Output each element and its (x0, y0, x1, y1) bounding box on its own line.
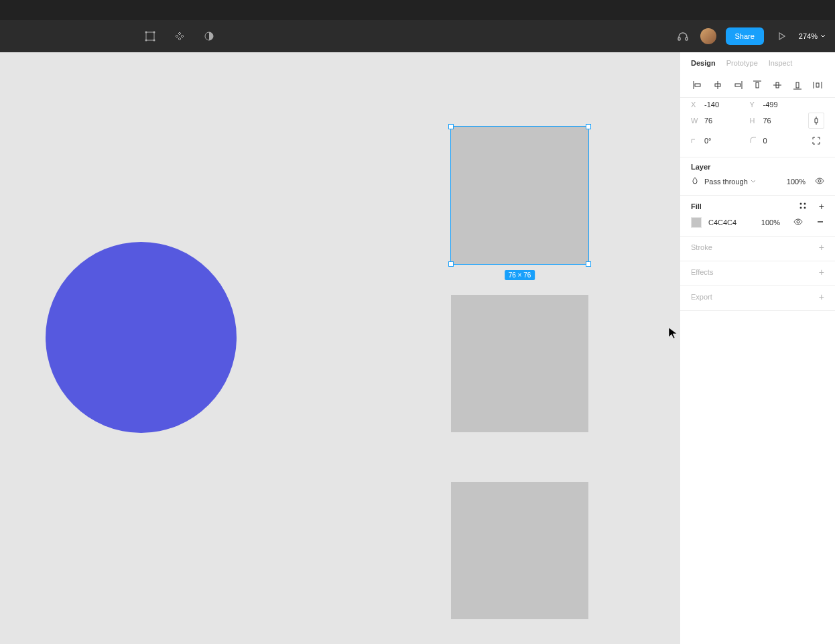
stroke-section: Stroke+ (680, 237, 835, 261)
dimension-badge: 76 × 76 (505, 270, 535, 280)
w-field[interactable]: W76 (691, 113, 745, 129)
fill-title: Fill (691, 202, 702, 210)
radius-field[interactable]: 0 (750, 133, 804, 149)
effects-section: Effects+ (680, 261, 835, 286)
zoom-dropdown[interactable]: 274% (799, 32, 826, 40)
svg-point-2 (153, 31, 155, 34)
headphones-icon[interactable] (675, 28, 691, 44)
tab-prototype[interactable]: Prototype (726, 59, 758, 67)
export-title: Export (691, 293, 712, 301)
align-top-icon[interactable] (751, 78, 764, 92)
stroke-title: Stroke (691, 243, 712, 251)
layer-opacity[interactable]: 100% (787, 178, 806, 186)
blend-icon (691, 177, 699, 186)
chevron-down-icon (751, 179, 756, 184)
blend-mode-dropdown[interactable]: Pass through (704, 178, 781, 186)
y-field[interactable]: Y-499 (750, 101, 804, 109)
svg-rect-7 (686, 38, 688, 40)
layer-section: Layer Pass through 100% (680, 157, 835, 196)
properties-panel: Design Prototype Inspect X-140 Y-499 W76… (680, 52, 835, 644)
add-export-button[interactable]: + (819, 292, 824, 302)
tab-inspect[interactable]: Inspect (769, 59, 792, 67)
h-field[interactable]: H76 (750, 113, 804, 129)
chevron-down-icon (820, 34, 826, 39)
align-left-icon[interactable] (691, 78, 704, 92)
svg-rect-22 (816, 83, 819, 87)
effects-title: Effects (691, 268, 713, 276)
independent-corners-button[interactable] (808, 133, 824, 149)
resize-handle-tl[interactable] (448, 124, 454, 129)
align-bottom-icon[interactable] (791, 78, 804, 92)
zoom-value: 274% (799, 32, 818, 40)
fill-swatch[interactable] (691, 217, 702, 228)
components-icon[interactable] (172, 28, 188, 44)
canvas-rect[interactable] (451, 482, 588, 619)
svg-rect-15 (756, 82, 759, 88)
constrain-proportions-button[interactable] (808, 113, 824, 129)
layer-title: Layer (691, 163, 710, 171)
fill-opacity[interactable]: 100% (761, 218, 780, 227)
svg-point-24 (799, 203, 801, 205)
transform-section: X-140 Y-499 W76 H76 0° 0 (680, 98, 835, 157)
x-field[interactable]: X-140 (691, 101, 745, 109)
panel-tabs: Design Prototype Inspect (680, 52, 835, 73)
svg-rect-9 (695, 84, 700, 86)
style-picker-icon[interactable] (799, 202, 807, 211)
fill-visibility-icon[interactable] (793, 217, 803, 228)
svg-point-3 (145, 40, 147, 42)
export-section: Export+ (680, 286, 835, 311)
svg-point-4 (153, 40, 155, 42)
toolbar: Share 274% (0, 20, 835, 52)
svg-point-23 (818, 180, 821, 182)
tab-design[interactable]: Design (691, 59, 716, 67)
svg-point-1 (145, 31, 147, 34)
canvas-rect-selected[interactable]: 76 × 76 (451, 127, 588, 264)
canvas-ellipse[interactable] (46, 242, 237, 433)
svg-point-25 (804, 203, 806, 205)
add-effect-button[interactable]: + (819, 267, 824, 277)
svg-rect-13 (735, 84, 741, 86)
avatar[interactable] (700, 28, 716, 44)
resize-handle-tr[interactable] (586, 124, 591, 129)
add-fill-button[interactable]: + (819, 201, 824, 212)
svg-point-27 (804, 207, 806, 209)
canvas-rect[interactable] (451, 295, 588, 432)
distribute-icon[interactable] (811, 78, 824, 92)
svg-rect-6 (678, 38, 680, 40)
svg-rect-19 (796, 82, 799, 88)
selection-outline: 76 × 76 (450, 126, 589, 265)
align-hcenter-icon[interactable] (711, 78, 724, 92)
remove-fill-button[interactable] (816, 218, 824, 227)
fill-hex[interactable]: C4C4C4 (708, 218, 736, 227)
visibility-icon[interactable] (815, 176, 824, 187)
rotation-field[interactable]: 0° (691, 133, 745, 149)
frame-tool-icon[interactable] (142, 28, 158, 44)
resize-handle-bl[interactable] (448, 261, 454, 267)
add-stroke-button[interactable]: + (819, 242, 824, 253)
cursor-icon (668, 327, 678, 340)
fill-section: Fill + C4C4C4 100% (680, 196, 835, 237)
share-button[interactable]: Share (726, 27, 764, 45)
mask-icon[interactable] (201, 28, 217, 44)
resize-handle-br[interactable] (586, 261, 591, 267)
svg-rect-0 (146, 32, 154, 40)
align-vcenter-icon[interactable] (771, 78, 784, 92)
play-icon[interactable] (773, 28, 789, 44)
svg-point-28 (797, 220, 799, 223)
alignment-row (680, 73, 835, 98)
align-right-icon[interactable] (731, 78, 745, 92)
canvas[interactable]: 76 × 76 (0, 52, 680, 644)
macos-titlebar (0, 0, 835, 20)
svg-point-26 (799, 207, 801, 209)
